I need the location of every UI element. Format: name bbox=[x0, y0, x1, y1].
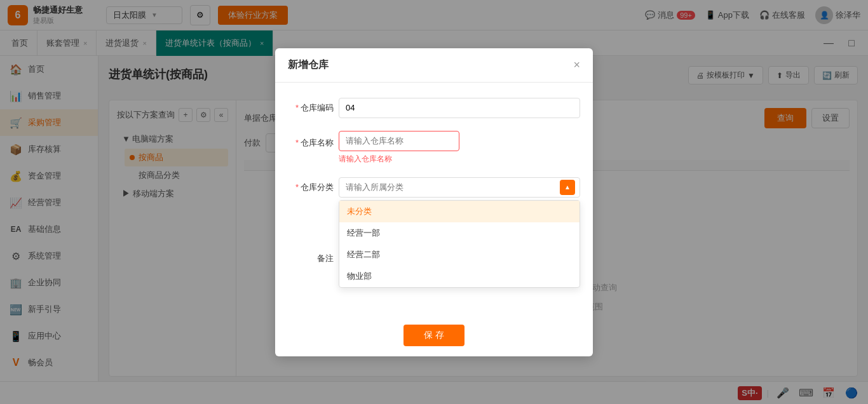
remark-label: 备注 bbox=[288, 248, 339, 264]
modal-overlay: 新增仓库 × 仓库编码 仓库名称 请输入仓库名称 仓库分类 bbox=[0, 0, 868, 404]
category-dropdown: 未分类 经营一部 经营二部 物业部 bbox=[339, 200, 580, 288]
modal-footer: 保 存 bbox=[275, 314, 593, 356]
modal-header: 新增仓库 × bbox=[275, 48, 593, 83]
category-option-dept1[interactable]: 经营一部 bbox=[339, 222, 580, 244]
category-label: 仓库分类 bbox=[288, 177, 339, 193]
form-row-category: 仓库分类 ▲ 未分类 经营一部 经营二部 物业部 bbox=[288, 177, 580, 198]
name-error-message: 请输入仓库名称 bbox=[339, 154, 392, 165]
category-option-dept2[interactable]: 经营二部 bbox=[339, 244, 580, 266]
warehouse-name-input[interactable] bbox=[339, 131, 459, 151]
modal-close-button[interactable]: × bbox=[573, 58, 580, 72]
form-row-name: 仓库名称 请输入仓库名称 bbox=[288, 131, 580, 165]
code-label: 仓库编码 bbox=[288, 98, 339, 114]
name-label: 仓库名称 bbox=[288, 133, 339, 149]
warehouse-code-input[interactable] bbox=[339, 98, 580, 118]
modal-title: 新增仓库 bbox=[288, 58, 329, 72]
category-input[interactable] bbox=[339, 177, 580, 198]
category-option-uncategorized[interactable]: 未分类 bbox=[339, 201, 580, 222]
save-button[interactable]: 保 存 bbox=[403, 325, 465, 346]
category-select-wrapper: ▲ 未分类 经营一部 经营二部 物业部 bbox=[339, 177, 580, 198]
modal-body: 仓库编码 仓库名称 请输入仓库名称 仓库分类 ▲ bbox=[275, 83, 593, 314]
category-option-dept3[interactable]: 物业部 bbox=[339, 266, 580, 287]
category-dropdown-toggle[interactable]: ▲ bbox=[560, 180, 575, 195]
new-warehouse-modal: 新增仓库 × 仓库编码 仓库名称 请输入仓库名称 仓库分类 bbox=[275, 48, 593, 356]
form-row-code: 仓库编码 bbox=[288, 98, 580, 118]
